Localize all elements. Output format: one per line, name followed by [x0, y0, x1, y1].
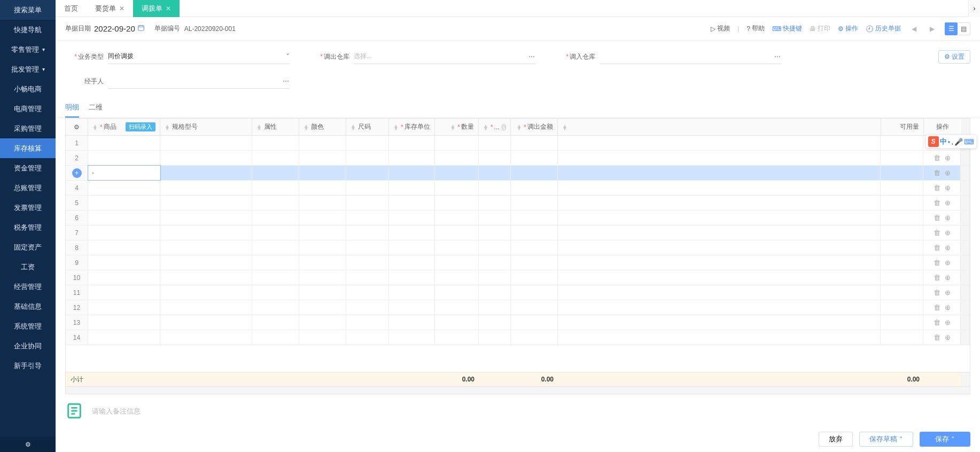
- copy-row-icon[interactable]: ⊕: [945, 229, 951, 237]
- view-card-button[interactable]: ▤: [958, 22, 970, 35]
- cell[interactable]: [479, 196, 511, 210]
- cell[interactable]: [479, 270, 511, 285]
- cell[interactable]: [558, 300, 881, 315]
- delete-row-icon[interactable]: 🗑: [934, 169, 940, 177]
- cell[interactable]: [881, 285, 923, 300]
- tab-scroll-right[interactable]: ›: [968, 0, 980, 17]
- cell[interactable]: [881, 315, 923, 330]
- cell[interactable]: [435, 270, 479, 285]
- cell[interactable]: [479, 166, 511, 180]
- cell[interactable]: [511, 240, 558, 255]
- cell[interactable]: [881, 330, 923, 345]
- cell[interactable]: [558, 196, 881, 210]
- cell[interactable]: [88, 211, 160, 225]
- cell[interactable]: [160, 330, 252, 345]
- cell[interactable]: [479, 211, 511, 225]
- cell[interactable]: [88, 285, 160, 300]
- cell[interactable]: [160, 240, 252, 255]
- cell[interactable]: [252, 211, 299, 225]
- cell[interactable]: [160, 255, 252, 270]
- header-spec[interactable]: 规格型号: [160, 119, 252, 135]
- cell[interactable]: [558, 181, 881, 195]
- shortcut-link[interactable]: ⌨ 快捷键: [772, 24, 802, 33]
- mic-icon[interactable]: 🎤: [954, 138, 963, 146]
- cell[interactable]: [346, 196, 389, 210]
- cell[interactable]: [299, 166, 346, 180]
- sidebar-item[interactable]: 批发管理▾: [0, 59, 56, 79]
- remark-input[interactable]: [92, 407, 970, 415]
- table-row[interactable]: 13🗑⊕: [66, 315, 970, 330]
- cell[interactable]: [881, 181, 923, 195]
- prev-doc-button[interactable]: ◀: [908, 24, 919, 34]
- sidebar-item[interactable]: 采购管理: [0, 119, 56, 138]
- table-row[interactable]: 9🗑⊕: [66, 255, 970, 270]
- cell[interactable]: [346, 211, 389, 225]
- cell[interactable]: [558, 136, 881, 150]
- header-product[interactable]: *商品扫码录入: [88, 119, 160, 135]
- cell[interactable]: [299, 330, 346, 345]
- delete-row-icon[interactable]: 🗑: [934, 199, 940, 207]
- tab-two-d[interactable]: 二维: [89, 98, 103, 118]
- table-row[interactable]: 11🗑⊕: [66, 285, 970, 300]
- cell[interactable]: [346, 315, 389, 330]
- save-draft-button[interactable]: 保存草稿 ˄: [859, 432, 913, 447]
- cell[interactable]: [346, 181, 389, 195]
- cell[interactable]: [511, 166, 558, 180]
- cell[interactable]: [511, 225, 558, 240]
- ime-lang[interactable]: 中: [940, 137, 947, 146]
- cell[interactable]: [389, 330, 435, 345]
- cell[interactable]: [479, 136, 511, 150]
- table-row[interactable]: 8🗑⊕: [66, 240, 970, 255]
- cell[interactable]: [160, 181, 252, 195]
- cell[interactable]: [389, 166, 435, 180]
- cell[interactable]: [558, 240, 881, 255]
- cell[interactable]: [881, 151, 923, 165]
- copy-row-icon[interactable]: ⊕: [945, 199, 951, 207]
- cell[interactable]: [558, 315, 881, 330]
- cell[interactable]: [160, 225, 252, 240]
- cell[interactable]: [389, 300, 435, 315]
- cell[interactable]: [346, 240, 389, 255]
- cell[interactable]: [299, 315, 346, 330]
- cell[interactable]: [389, 225, 435, 240]
- cell[interactable]: [299, 240, 346, 255]
- table-row[interactable]: 5🗑⊕: [66, 196, 970, 211]
- cell[interactable]: [479, 315, 511, 330]
- header-qty[interactable]: *数量: [435, 119, 479, 135]
- header-color[interactable]: 颜色: [299, 119, 346, 135]
- sidebar-settings[interactable]: ⚙: [0, 437, 56, 452]
- cell[interactable]: [252, 240, 299, 255]
- cell[interactable]: [160, 315, 252, 330]
- sidebar-item[interactable]: 总账管理: [0, 178, 56, 198]
- delete-row-icon[interactable]: 🗑: [934, 244, 940, 252]
- cell[interactable]: [558, 330, 881, 345]
- delete-row-icon[interactable]: 🗑: [934, 274, 940, 282]
- sidebar-item[interactable]: 税务管理: [0, 217, 56, 237]
- doc-date-value[interactable]: 2022-09-20: [94, 24, 135, 33]
- cell[interactable]: [435, 240, 479, 255]
- cell[interactable]: [389, 255, 435, 270]
- cell[interactable]: [435, 211, 479, 225]
- sidebar-item[interactable]: 电商管理: [0, 99, 56, 119]
- cell[interactable]: [160, 151, 252, 165]
- cell[interactable]: [558, 255, 881, 270]
- settings-button[interactable]: ⚙ 设置: [938, 50, 970, 64]
- cell[interactable]: [160, 211, 252, 225]
- cell[interactable]: [299, 255, 346, 270]
- sidebar-item[interactable]: 库存核算: [0, 138, 56, 158]
- copy-row-icon[interactable]: ⊕: [945, 318, 951, 326]
- handler-select[interactable]: ⋯: [108, 74, 290, 89]
- copy-row-icon[interactable]: ⊕: [945, 184, 951, 192]
- sidebar-item[interactable]: 企业协同: [0, 336, 56, 356]
- sidebar-item[interactable]: 系统管理: [0, 316, 56, 336]
- cell[interactable]: [881, 166, 923, 180]
- cell[interactable]: [511, 196, 558, 210]
- cell[interactable]: [558, 151, 881, 165]
- history-link[interactable]: 🕘 历史单据: [866, 24, 901, 33]
- cell[interactable]: [160, 285, 252, 300]
- cell[interactable]: [299, 225, 346, 240]
- cell[interactable]: [435, 136, 479, 150]
- close-icon[interactable]: ✕: [119, 5, 125, 12]
- cell[interactable]: [299, 211, 346, 225]
- cell[interactable]: [389, 151, 435, 165]
